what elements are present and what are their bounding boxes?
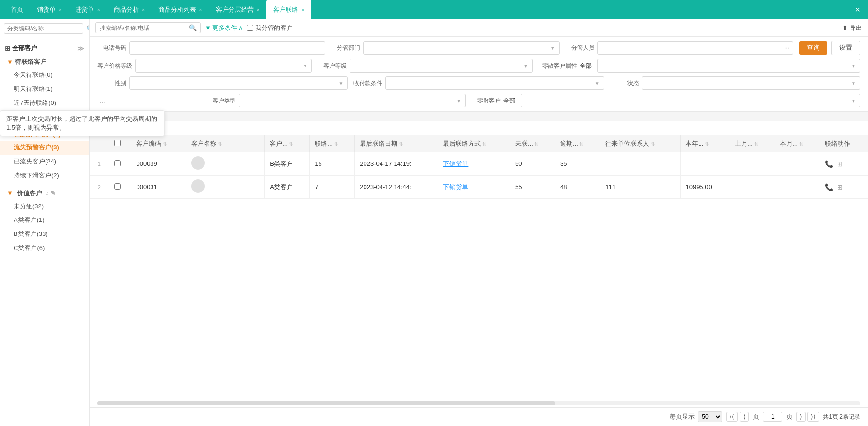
col-last-date[interactable]: 最后联络日期 ⇅ <box>355 135 438 152</box>
row-2-checkbox[interactable] <box>109 176 131 199</box>
sidebar-item-loss-warning[interactable]: 流失预警客户(3) <box>0 141 89 155</box>
sidebar-search-input[interactable] <box>4 23 83 34</box>
nav-product-analysis-list[interactable]: 商品分析列表 × <box>152 0 209 19</box>
sidebar-item-7days[interactable]: 近7天待联络(0) <box>0 96 89 110</box>
per-page-select[interactable]: 50 20 100 <box>698 411 722 422</box>
last-method-link-2[interactable]: 下销货单 <box>443 183 468 191</box>
sidebar-item-today[interactable]: 今天待联络(0) <box>0 68 89 82</box>
row-1-contact-icon[interactable]: 📞 <box>825 160 833 168</box>
row-2-last-date: 2023-04-12 14:44: <box>355 176 438 199</box>
nav-customer-contact-close[interactable]: × <box>301 7 304 13</box>
prev-page-btn[interactable]: ⟨ <box>740 412 749 422</box>
settings-button[interactable]: 设置 <box>831 41 860 55</box>
nav-home[interactable]: 首页 <box>4 0 30 19</box>
col-name[interactable]: 客户名称 ⇅ <box>186 135 265 152</box>
filter-manager: 分管人员 ··· <box>565 41 793 55</box>
sort-nocontact-icon[interactable]: ⇅ <box>534 141 538 147</box>
sort-name-icon[interactable]: ⇅ <box>218 141 222 147</box>
nav-customer-segment[interactable]: 客户分层经营 × <box>209 0 266 19</box>
col-code[interactable]: 客户编码 ⇅ <box>131 135 186 152</box>
col-last-method[interactable]: 最后联络方式 ⇅ <box>438 135 510 152</box>
col-last-month[interactable]: 上月... ⇅ <box>730 135 775 152</box>
nav-product-analysis-close[interactable]: × <box>142 7 145 13</box>
window-close-button[interactable]: × <box>851 5 864 15</box>
sort-method-icon[interactable]: ⇅ <box>482 141 486 147</box>
payment-input[interactable]: ▼ <box>385 76 604 90</box>
sort-overdue-icon[interactable]: ⇅ <box>579 141 583 147</box>
price-level-input[interactable]: ▼ <box>135 59 312 73</box>
sort-lastmonth-icon[interactable]: ⇅ <box>754 141 758 147</box>
col-contact[interactable]: 联络... ⇅ <box>310 135 355 152</box>
col-this-month[interactable]: 本月... ⇅ <box>775 135 820 152</box>
sidebar-section-pending-title[interactable]: ▼ 待联络客户 <box>0 56 89 68</box>
sort-code-icon[interactable]: ⇅ <box>163 141 167 147</box>
nav-product-analysis[interactable]: 商品分析 × <box>107 0 152 19</box>
customer-type-input[interactable]: ▼ <box>239 94 466 107</box>
main-search-icon[interactable]: 🔍 <box>189 24 197 31</box>
col-no-contact[interactable]: 未联... ⇅ <box>510 135 555 152</box>
nav-purchase[interactable]: 进货单 × <box>68 0 107 19</box>
sort-contact-icon[interactable]: ⇅ <box>334 141 338 147</box>
collapse-icon[interactable]: ≫ <box>77 45 84 52</box>
retail-customer-input[interactable]: ▼ <box>521 94 860 107</box>
my-customers-checkbox[interactable]: 我分管的客户 <box>247 24 293 32</box>
nav-customer-contact[interactable]: 客户联络 × <box>266 0 311 19</box>
horizontal-scrollbar[interactable] <box>97 401 860 405</box>
dots-button[interactable]: ... <box>97 96 107 105</box>
nav-purchase-close[interactable]: × <box>97 7 100 13</box>
manager-input[interactable]: ··· <box>597 41 793 55</box>
col-contact-person[interactable]: 往来单位联系人 ⇅ <box>600 135 681 152</box>
row-2-last-method[interactable]: 下销货单 <box>438 176 510 199</box>
sort-type-icon[interactable]: ⇅ <box>289 141 293 147</box>
sidebar-item-a-class[interactable]: A类客户(1) <box>0 213 89 227</box>
sidebar-item-ungroup[interactable]: 未分组(32) <box>0 200 89 214</box>
col-this-year[interactable]: 本年... ⇅ <box>681 135 730 152</box>
next-page-btn[interactable]: ⟩ <box>796 412 806 422</box>
retail-customer-label: 零散客户 <box>472 97 501 105</box>
col-overdue[interactable]: 逾期... ⇅ <box>555 135 600 152</box>
page-number-input[interactable] <box>763 412 782 422</box>
sort-thismonth-icon[interactable]: ⇅ <box>799 141 803 147</box>
export-button[interactable]: ⬆ 导出 <box>842 24 862 32</box>
row-1-last-method[interactable]: 下销货单 <box>438 152 510 176</box>
phone-input[interactable] <box>129 41 325 55</box>
last-method-link-1[interactable]: 下销货单 <box>443 160 468 167</box>
gender-input[interactable]: ▼ <box>129 76 348 90</box>
status-input[interactable]: ▼ <box>642 76 860 90</box>
row-2-menu-icon[interactable]: ⊞ <box>837 183 843 191</box>
sidebar-item-tomorrow[interactable]: 明天待联络(1) <box>0 82 89 96</box>
first-page-btn[interactable]: ⟨⟨ <box>726 412 738 422</box>
row-1-menu-icon[interactable]: ⊞ <box>837 160 843 168</box>
scrollbar-thumb[interactable] <box>97 401 555 405</box>
main-search-input[interactable] <box>100 25 187 31</box>
nav-sales-close[interactable]: × <box>59 7 61 13</box>
my-customers-check[interactable] <box>247 25 253 31</box>
nav-customer-segment-close[interactable]: × <box>257 7 259 13</box>
sidebar-search-icon[interactable]: 🔍 <box>86 25 90 32</box>
department-input[interactable]: ▼ <box>363 41 559 55</box>
customer-level-input[interactable]: ▼ <box>350 59 532 73</box>
more-conditions-btn[interactable]: ▼ 更多条件 ∧ <box>205 24 243 32</box>
row-1-last-date: 2023-04-17 14:19: <box>355 152 438 176</box>
row-2-contact-icon[interactable]: 📞 <box>825 183 833 191</box>
sort-person-icon[interactable]: ⇅ <box>651 141 655 147</box>
sidebar-all-customers[interactable]: ⊞ 全部客户 ≫ <box>0 41 89 56</box>
nav-product-analysis-list-close[interactable]: × <box>199 7 202 13</box>
edit-icon[interactable]: ○ ✎ <box>45 190 56 197</box>
retail-attr-input[interactable]: ▼ <box>597 59 860 73</box>
col-customer-type[interactable]: 客户... ⇅ <box>265 135 310 152</box>
last-page-btn[interactable]: ⟩⟩ <box>807 412 819 422</box>
sidebar-item-b-class[interactable]: B类客户(33) <box>0 227 89 241</box>
row-1-checkbox[interactable] <box>109 152 131 176</box>
nav-sales[interactable]: 销货单 × <box>30 0 68 19</box>
sidebar-item-c-class[interactable]: C类客户(6) <box>0 241 89 255</box>
col-checkbox <box>109 135 131 152</box>
sidebar-item-declining[interactable]: 持续下滑客户(2) <box>0 169 89 183</box>
sort-year-icon[interactable]: ⇅ <box>705 141 709 147</box>
sort-date-icon[interactable]: ⇅ <box>399 141 403 147</box>
sidebar-item-lost[interactable]: 已流失客户(24) <box>0 155 89 169</box>
query-button[interactable]: 查询 <box>799 41 827 55</box>
sidebar-section-value-title[interactable]: ▼ 价值客户 ○ ✎ <box>0 187 89 200</box>
header-checkbox[interactable] <box>114 140 121 146</box>
table-row: 1 000039 B类客户 15 2023-04-17 14:19: 下销货单 <box>90 152 868 176</box>
